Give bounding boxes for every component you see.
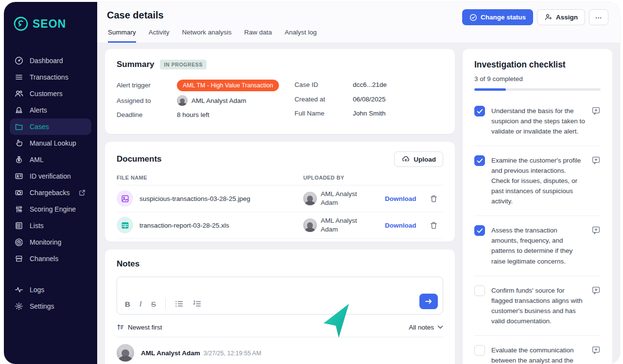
tab-network-analysis[interactable]: Network analysis xyxy=(182,29,232,43)
checklist-checkbox[interactable] xyxy=(474,285,485,296)
trash-icon xyxy=(430,195,438,203)
alert-icon xyxy=(15,106,23,115)
alert-trigger-label: Alert trigger xyxy=(117,82,177,89)
comment-plus-icon xyxy=(591,226,601,235)
tab-summary[interactable]: Summary xyxy=(108,29,136,43)
toolbar-divider xyxy=(165,298,166,310)
submit-note-button[interactable] xyxy=(419,294,438,309)
sidebar-item-manual-lookup[interactable]: Manual Lookup xyxy=(10,135,91,151)
add-comment-button[interactable] xyxy=(591,286,601,295)
assign-button[interactable]: Assign xyxy=(537,9,585,25)
notes-filter-dropdown[interactable]: All notes xyxy=(409,324,443,331)
italic-button[interactable]: I xyxy=(139,300,142,308)
folder-icon xyxy=(15,122,23,131)
add-comment-button[interactable] xyxy=(591,346,601,355)
sidebar-item-alerts[interactable]: Alerts xyxy=(10,102,91,118)
checklist-item-text: Examine the customer's profile and previ… xyxy=(491,155,585,206)
sidebar-item-transactions[interactable]: Transactions xyxy=(10,69,91,85)
sidebar-item-label: Transactions xyxy=(30,73,69,81)
money-bag-icon xyxy=(15,155,23,164)
checklist-checkbox[interactable] xyxy=(474,345,485,356)
documents-title: Documents xyxy=(117,154,162,164)
delete-file-button[interactable] xyxy=(430,195,443,203)
sidebar-item-chargebacks[interactable]: Chargebacks xyxy=(10,184,91,201)
bullet-list-button[interactable] xyxy=(175,300,184,308)
tab-activity[interactable]: Activity xyxy=(149,29,170,43)
file-name: suspicious-transactions-03-28-25.jpeg xyxy=(139,195,250,202)
sidebar-item-scoring-engine[interactable]: Scoring Engine xyxy=(10,201,91,217)
file-name: transaction-report-03-28-25.xls xyxy=(139,222,229,229)
checklist-checkbox[interactable] xyxy=(474,225,485,236)
sidebar-section-gap xyxy=(10,267,91,281)
comment-plus-icon xyxy=(591,106,601,116)
bold-button[interactable]: B xyxy=(125,300,130,308)
add-comment-button[interactable] xyxy=(591,156,601,165)
upload-button[interactable]: Upload xyxy=(394,151,443,167)
sidebar-item-aml[interactable]: AML xyxy=(10,151,91,168)
tab-analyst-log[interactable]: Analyst log xyxy=(285,29,317,43)
checklist-item: Assess the transaction amounts, frequenc… xyxy=(474,216,601,276)
avatar xyxy=(117,344,134,362)
sidebar-item-label: Customers xyxy=(30,90,63,98)
id-card-icon xyxy=(15,172,23,181)
delete-file-button[interactable] xyxy=(430,221,443,230)
change-status-button[interactable]: Change status xyxy=(462,9,533,25)
col-uploaded-by: UPLOADED BY xyxy=(303,175,385,181)
tab-raw-data[interactable]: Raw data xyxy=(244,29,272,43)
alert-trigger-badge: AML TM - High Value Transaction xyxy=(177,80,279,91)
sidebar-item-id-verification[interactable]: ID verification xyxy=(10,168,91,184)
hand-pointer-icon xyxy=(15,139,23,148)
avatar xyxy=(177,95,188,106)
filter-label: All notes xyxy=(409,324,434,331)
deadline-label: Deadline xyxy=(117,111,177,118)
checklist-item: Confirm funds' source for flagged transa… xyxy=(474,276,601,336)
app-window: SEON Dashboard Transactions Customers Al… xyxy=(4,2,620,364)
sort-toggle[interactable]: Newest first xyxy=(117,323,162,331)
sidebar-item-monitoring[interactable]: Monitoring xyxy=(10,234,91,250)
sidebar-item-dashboard[interactable]: Dashboard xyxy=(10,52,91,69)
download-link[interactable]: Download xyxy=(385,222,430,229)
add-comment-button[interactable] xyxy=(591,106,601,116)
topbar: Case details Summary Activity Network an… xyxy=(97,2,620,43)
checklist-progress-bar xyxy=(474,88,601,91)
sidebar-item-channels[interactable]: Channels xyxy=(10,250,91,267)
add-comment-button[interactable] xyxy=(591,226,601,235)
created-at-label: Created at xyxy=(294,96,353,103)
checklist-checkbox[interactable] xyxy=(474,155,485,166)
sidebar-item-cases[interactable]: Cases xyxy=(10,118,91,135)
uploaded-by: AML Analyst Adam xyxy=(321,190,369,207)
checklist-progress-label: 3 of 9 completed xyxy=(474,75,601,83)
strikethrough-button[interactable]: S xyxy=(151,300,156,308)
sidebar-item-lists[interactable]: Lists xyxy=(10,217,91,234)
header-actions: Change status Assign ⋯ xyxy=(462,9,608,25)
left-column: Summary IN PROGRESS Alert trigger AML TM… xyxy=(105,49,455,364)
note-editor[interactable]: B I S xyxy=(117,277,443,314)
chevron-down-icon xyxy=(437,325,443,329)
assigned-to-value: AML Analyst Adam xyxy=(191,97,246,104)
checklist-item-text: Assess the transaction amounts, frequenc… xyxy=(491,225,585,266)
sidebar-item-label: Cases xyxy=(30,123,49,131)
upload-cloud-icon xyxy=(401,155,410,164)
chargeback-icon xyxy=(15,188,23,197)
uploaded-by: AML Analyst Adam xyxy=(321,216,369,234)
seon-logo-text: SEON xyxy=(33,17,66,31)
col-file-name: FILE NAME xyxy=(117,175,303,181)
more-icon: ⋯ xyxy=(595,14,603,21)
checklist-checkbox[interactable] xyxy=(474,106,485,116)
download-link[interactable]: Download xyxy=(385,195,430,202)
check-circle-icon xyxy=(469,14,477,21)
sidebar-item-customers[interactable]: Customers xyxy=(10,85,91,102)
sidebar-item-label: Settings xyxy=(30,302,54,310)
sidebar-item-logs[interactable]: Logs xyxy=(10,281,91,298)
main-area: Case details Summary Activity Network an… xyxy=(97,2,620,364)
seon-logo-icon xyxy=(14,17,28,31)
case-id-value: dcc6...21de xyxy=(353,81,387,88)
full-name-label: Full Name xyxy=(294,110,353,117)
more-actions-button[interactable]: ⋯ xyxy=(589,9,608,25)
numbered-list-button[interactable] xyxy=(193,300,202,308)
check-icon xyxy=(477,228,483,233)
note-item: AML Analyst Adam3/27/25, 12:19:55 AM xyxy=(117,344,443,362)
sort-label: Newest first xyxy=(128,324,162,331)
sidebar-item-settings[interactable]: Settings xyxy=(10,298,91,314)
sidebar: SEON Dashboard Transactions Customers Al… xyxy=(4,2,97,364)
